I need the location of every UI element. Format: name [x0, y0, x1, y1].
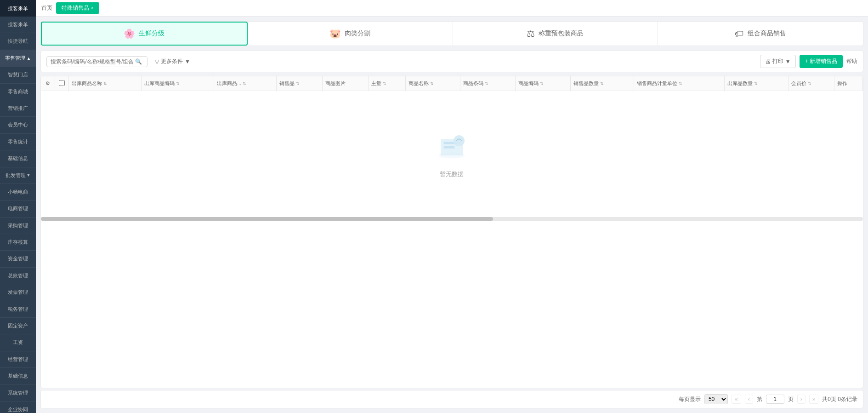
- tab-weigh-pack[interactable]: ⚖ 称重预包装商品: [453, 22, 658, 46]
- close-icon[interactable]: ×: [91, 6, 94, 11]
- sort-icon: ⇅: [808, 81, 811, 86]
- col-label: 操作: [837, 80, 847, 86]
- product-table: ⚙ 出库商品名称 ⇅ 出库商品编码 ⇅ 出库商品: [41, 76, 863, 215]
- th-settings[interactable]: ⚙: [41, 76, 55, 91]
- sidebar-item-wholesale-mgmt[interactable]: 批发管理 ▼: [0, 167, 36, 184]
- sidebar-item-fixed-assets[interactable]: 固定资产: [0, 318, 36, 334]
- th-out-product-name[interactable]: 出库商品名称 ⇅: [68, 76, 141, 91]
- sidebar-label: 发票管理: [8, 289, 28, 295]
- topbar-home[interactable]: 首页: [41, 4, 52, 12]
- sort-icon: ⇅: [485, 81, 488, 86]
- sort-icon: ⇅: [679, 81, 682, 86]
- sidebar-item-enterprise[interactable]: 企业协同: [0, 402, 36, 413]
- svg-point-6: [460, 139, 461, 140]
- sidebar-item-ecomm-mgmt[interactable]: 电商管理: [0, 201, 36, 217]
- sidebar-item-smart-store[interactable]: 智慧门店: [0, 67, 36, 83]
- th-main-weight[interactable]: 主量 ⇅: [368, 76, 405, 91]
- scrollbar-thumb[interactable]: [41, 217, 493, 221]
- sidebar-item-salary[interactable]: 工资: [0, 334, 36, 351]
- sidebar: 搜客来单 搜客来单 快捷导航 零售管理 ▲ 智慧门店 零售商城 营销推广 会员中…: [0, 0, 36, 413]
- col-label: 销售商品计量单位: [637, 80, 677, 86]
- sidebar-item-invoice-mgmt[interactable]: 发票管理: [0, 284, 36, 301]
- table-container: ⚙ 出库商品名称 ⇅ 出库商品编码 ⇅ 出库商品: [40, 76, 863, 388]
- sidebar-item-search-order[interactable]: 搜客来单: [0, 17, 36, 33]
- sidebar-item-basic-info[interactable]: 基础信息: [0, 150, 36, 167]
- tab-fresh-grade[interactable]: 🌸 生鲜分级: [41, 22, 248, 46]
- next-page-button[interactable]: ›: [797, 395, 806, 404]
- retail-mgmt-arrow: ▲: [27, 56, 31, 61]
- sidebar-label: 系统管理: [8, 390, 28, 396]
- sidebar-item-quick-nav[interactable]: 快捷导航: [0, 33, 36, 50]
- help-button[interactable]: 帮助: [846, 57, 857, 65]
- th-member-price[interactable]: 会员价 ⇅: [789, 76, 834, 91]
- sort-icon: ⇅: [754, 81, 758, 86]
- sidebar-item-retail-mall[interactable]: 零售商城: [0, 84, 36, 100]
- th-sale-product[interactable]: 销售品 ⇅: [276, 76, 322, 91]
- th-sale-qty[interactable]: 销售品数量 ⇅: [570, 76, 634, 91]
- page-input[interactable]: [766, 395, 784, 404]
- sidebar-item-fund-mgmt[interactable]: 资金管理: [0, 251, 36, 267]
- th-out-product-x[interactable]: 出库商品... ⇅: [214, 76, 276, 91]
- sidebar-label: 固定资产: [8, 323, 28, 328]
- toolbar-left: 🔍 ▽ 更多条件 ▼: [46, 56, 194, 67]
- svg-point-4: [454, 135, 465, 146]
- print-icon: 🖨: [765, 58, 771, 65]
- logo-text: 搜客来单: [8, 5, 28, 12]
- sidebar-item-retail-stats[interactable]: 零售统计: [0, 134, 36, 150]
- sidebar-label: 小畅电商: [8, 189, 28, 195]
- sidebar-item-ops-mgmt[interactable]: 经营管理: [0, 351, 36, 368]
- last-page-button[interactable]: »: [809, 395, 819, 404]
- search-input[interactable]: [51, 58, 133, 65]
- prev-page-button[interactable]: ‹: [745, 395, 753, 404]
- th-sale-unit[interactable]: 销售商品计量单位 ⇅: [634, 76, 725, 91]
- tab-fresh-grade-label: 生鲜分级: [139, 29, 165, 38]
- empty-state-cell: 暂无数据: [41, 91, 863, 216]
- sidebar-item-member-center[interactable]: 会员中心: [0, 117, 36, 133]
- sidebar-item-mini-ecomm[interactable]: 小畅电商: [0, 184, 36, 201]
- sidebar-label: 快捷导航: [8, 38, 28, 44]
- new-product-button[interactable]: + 新增销售品: [800, 55, 843, 68]
- per-page-select[interactable]: 50 10 20 100: [704, 394, 728, 404]
- page-content: 🌸 生鲜分级 🐷 肉类分割 ⚖ 称重预包装商品 🏷 组合商品销售 🔍: [36, 17, 868, 413]
- sidebar-item-base-info2[interactable]: 基础信息: [0, 368, 36, 384]
- sidebar-item-purchase-mgmt[interactable]: 采购管理: [0, 218, 36, 234]
- combo-sale-icon: 🏷: [735, 29, 744, 39]
- col-label: 销售品数量: [573, 80, 599, 86]
- print-button[interactable]: 🖨 打印 ▼: [760, 55, 796, 68]
- sidebar-item-general-ledger[interactable]: 总账管理: [0, 268, 36, 284]
- first-page-button[interactable]: «: [732, 395, 741, 404]
- th-out-qty[interactable]: 出库品数量 ⇅: [725, 76, 789, 91]
- sidebar-label: 营销推广: [8, 105, 28, 111]
- sidebar-item-stock-check[interactable]: 库存核算: [0, 234, 36, 251]
- new-product-label: + 新增销售品: [805, 57, 837, 65]
- sidebar-item-tax-mgmt[interactable]: 税务管理: [0, 301, 36, 318]
- sidebar-label: 采购管理: [8, 223, 28, 228]
- tab-combo-sale[interactable]: 🏷 组合商品销售: [658, 22, 863, 46]
- select-all-checkbox[interactable]: [59, 80, 65, 86]
- sidebar-item-sales-promo[interactable]: 营销推广: [0, 100, 36, 117]
- meat-cut-icon: 🐷: [329, 28, 341, 39]
- th-out-product-code[interactable]: 出库商品编码 ⇅: [141, 76, 214, 91]
- sidebar-label: 经营管理: [8, 356, 28, 362]
- search-box[interactable]: 🔍: [46, 56, 148, 67]
- th-product-barcode[interactable]: 商品条码 ⇅: [460, 76, 516, 91]
- sidebar-label: 总账管理: [8, 273, 28, 278]
- col-label: 主量: [371, 80, 381, 86]
- first-page-icon: «: [735, 396, 738, 402]
- per-page-label: 每页显示: [679, 396, 701, 403]
- col-label: 出库商品...: [217, 80, 241, 86]
- topbar-active-tab[interactable]: 特殊销售品 ×: [56, 2, 99, 14]
- sidebar-item-sys-mgmt[interactable]: 系统管理: [0, 385, 36, 402]
- toolbar: 🔍 ▽ 更多条件 ▼ 🖨 打印 ▼ + 新增销售品 帮助: [40, 51, 863, 72]
- empty-text: 暂无数据: [440, 170, 464, 178]
- filter-button[interactable]: ▽ 更多条件 ▼: [151, 56, 194, 67]
- print-label: 打印: [772, 57, 783, 65]
- th-product-name[interactable]: 商品名称 ⇅: [405, 76, 460, 91]
- tab-meat-cut[interactable]: 🐷 肉类分割: [248, 22, 453, 46]
- th-action: 操作: [834, 76, 863, 91]
- th-checkbox[interactable]: [55, 76, 68, 91]
- toolbar-right: 🖨 打印 ▼ + 新增销售品 帮助: [760, 55, 857, 68]
- sidebar-item-retail-mgmt[interactable]: 零售管理 ▲: [0, 50, 36, 67]
- horizontal-scrollbar[interactable]: [41, 217, 863, 221]
- th-product-code[interactable]: 商品编码 ⇅: [515, 76, 570, 91]
